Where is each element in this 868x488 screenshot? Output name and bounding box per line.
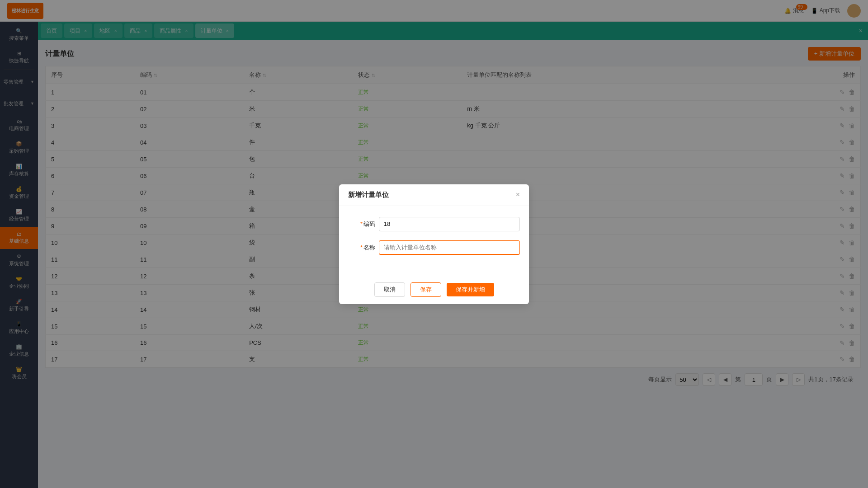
name-label: *名称 bbox=[348, 244, 375, 252]
save-button[interactable]: 保存 bbox=[410, 282, 441, 297]
form-row-name: *名称 bbox=[348, 240, 520, 255]
required-mark: * bbox=[360, 244, 363, 251]
required-mark: * bbox=[360, 221, 363, 227]
save-and-new-button[interactable]: 保存并新增 bbox=[447, 283, 494, 296]
modal-close-btn[interactable]: × bbox=[516, 191, 520, 198]
form-row-code: *编码 bbox=[348, 217, 520, 231]
modal-body: *编码 *名称 bbox=[339, 206, 529, 275]
modal-title: 新增计量单位 bbox=[348, 191, 389, 199]
code-input[interactable] bbox=[379, 217, 520, 231]
modal-footer: 取消 保存 保存并新增 bbox=[339, 275, 529, 304]
cancel-button[interactable]: 取消 bbox=[374, 282, 405, 297]
modal-header: 新增计量单位 × bbox=[339, 184, 529, 206]
modal-overlay: 新增计量单位 × *编码 *名称 取消 保存 保存并新增 bbox=[0, 0, 868, 488]
code-label: *编码 bbox=[348, 220, 375, 228]
add-unit-modal: 新增计量单位 × *编码 *名称 取消 保存 保存并新增 bbox=[339, 184, 529, 304]
name-input[interactable] bbox=[379, 240, 520, 255]
